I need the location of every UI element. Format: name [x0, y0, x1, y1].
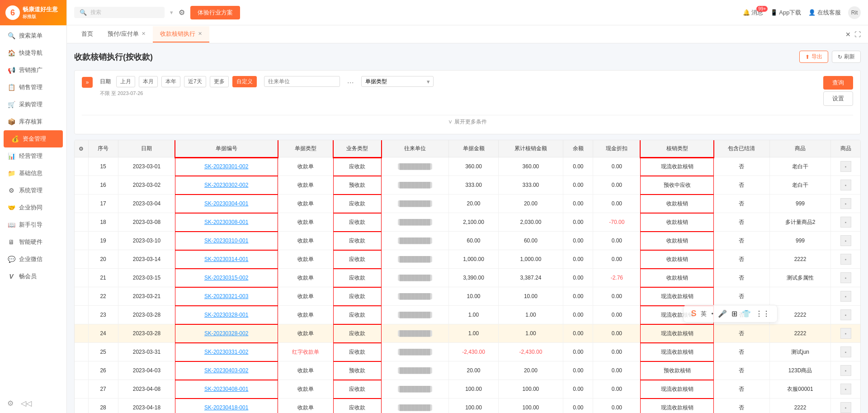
sidebar-item-member[interactable]: V 畅会员: [0, 268, 66, 285]
sidebar-item-hardware[interactable]: 🖥 智能硬件: [0, 233, 66, 251]
sidebar-item-system[interactable]: ⚙ 系统管理: [0, 182, 66, 199]
bill-no-link[interactable]: SK-20230310-001: [204, 237, 248, 244]
cell-bill-no[interactable]: SK-20230301-002: [175, 157, 278, 176]
cell-settings: [75, 176, 88, 195]
cell-biz-type: 应收款: [334, 269, 381, 287]
filter-counterpart-input[interactable]: [264, 76, 340, 87]
cell-verify-type: 现流收款核销: [641, 399, 713, 413]
cell-bill-no[interactable]: SK-20230403-002: [175, 361, 278, 380]
sidebar-item-finance[interactable]: 💰 资金管理: [4, 130, 63, 147]
cell-bill-no[interactable]: SK-20230314-001: [175, 250, 278, 269]
column-settings-icon[interactable]: ⚙: [79, 146, 84, 152]
cell-bill-no[interactable]: SK-20230328-001: [175, 306, 278, 324]
user-avatar[interactable]: Rit: [848, 6, 861, 19]
tab-expand-button[interactable]: ⛶: [854, 31, 861, 38]
filter-bill-type-wrap: 单据类型: [361, 76, 434, 87]
table-row: 19 2023-03-10 SK-20230310-001 收款单 应收款 ██…: [75, 232, 860, 250]
bill-no-link[interactable]: SK-20230418-001: [204, 404, 248, 411]
sidebar-item-inventory[interactable]: 📦 库存核算: [0, 113, 66, 130]
bill-no-link[interactable]: SK-20230315-002: [204, 275, 248, 281]
tab-prepay[interactable]: 预付/应付单 ✕: [100, 26, 153, 43]
filter-this-month-btn[interactable]: 本月: [139, 76, 158, 87]
sidebar-item-operations[interactable]: 📊 经营管理: [0, 147, 66, 165]
col-header-seq: 序号: [88, 140, 118, 157]
sidebar-item-marketing[interactable]: 📢 营销推广: [0, 62, 66, 79]
cell-counterpart: ████████: [381, 399, 449, 413]
bill-no-link[interactable]: SK-20230302-002: [204, 182, 248, 188]
cell-product2: ▪: [831, 176, 861, 195]
cell-balance: 0.00: [563, 343, 593, 361]
refresh-button[interactable]: ↻ 刷新: [832, 51, 861, 63]
sidebar-item-sales[interactable]: 📋 销售管理: [0, 79, 66, 96]
table-row: 21 2023-03-15 SK-20230315-002 收款单 应收款 ██…: [75, 269, 860, 287]
tab-receipt-verify[interactable]: 收款核销执行 ✕: [153, 26, 209, 43]
sidebar-item-basics[interactable]: 📁 基础信息: [0, 165, 66, 182]
sidebar-item-cooperation[interactable]: 🤝 企业协同: [0, 199, 66, 216]
sales-icon: 📋: [7, 84, 15, 91]
tab-receipt-close[interactable]: ✕: [198, 31, 202, 37]
cell-bill-no[interactable]: SK-20230304-001: [175, 195, 278, 213]
sidebar-item-guide[interactable]: 📖 新手引导: [0, 216, 66, 233]
cell-product: 多计量商品2: [769, 213, 830, 232]
bill-no-link[interactable]: SK-20230321-003: [204, 293, 248, 299]
col-header-settings[interactable]: ⚙: [75, 140, 88, 157]
cell-bill-no[interactable]: SK-20230302-002: [175, 176, 278, 195]
cell-include-settled: 否: [713, 306, 769, 324]
online-service-link[interactable]: 👤 在线客服: [808, 9, 841, 17]
sidebar-item-wechat[interactable]: 💬 企业微信: [0, 251, 66, 268]
filter-bill-type-select[interactable]: 单据类型: [361, 76, 434, 87]
header-gear-icon[interactable]: ⚙: [179, 8, 185, 17]
sidebar-item-search[interactable]: 🔍 搜索菜单: [0, 27, 66, 44]
cell-bill-no[interactable]: SK-20230408-001: [175, 380, 278, 399]
industry-solution-button[interactable]: 体验行业方案: [190, 6, 240, 19]
bill-no-link[interactable]: SK-20230314-001: [204, 256, 248, 262]
bill-no-link[interactable]: SK-20230408-001: [204, 386, 248, 392]
filter-expand-more[interactable]: ∨ 展开更多条件: [82, 115, 853, 128]
cell-balance: 0.00: [563, 306, 593, 324]
sidebar-item-purchase[interactable]: 🛒 采购管理: [0, 96, 66, 113]
table-scroll[interactable]: ⚙ 序号 日期 单据编号 单据类型 业务类型 往来单位 单据金额 累计核销金额 …: [75, 140, 860, 413]
table-header-row: ⚙ 序号 日期 单据编号 单据类型 业务类型 往来单位 单据金额 累计核销金额 …: [75, 140, 860, 157]
bill-no-link[interactable]: SK-20230304-001: [204, 200, 248, 207]
cell-bill-no[interactable]: SK-20230308-001: [175, 213, 278, 232]
masked-text: ████████: [398, 237, 432, 244]
bill-no-link[interactable]: SK-20230403-002: [204, 367, 248, 374]
tab-prepay-close[interactable]: ✕: [142, 31, 146, 37]
cell-bill-no[interactable]: SK-20230418-001: [175, 399, 278, 413]
settings-footer-icon[interactable]: ⚙: [7, 399, 14, 408]
tab-close-all-button[interactable]: ✕: [845, 31, 851, 38]
filter-this-year-btn[interactable]: 本年: [161, 76, 180, 87]
filter-ellipsis: ···: [347, 78, 354, 87]
col-header-biz-type: 业务类型: [334, 140, 381, 157]
sidebar-nav: 🔍 搜索菜单 🏠 快捷导航 📢 营销推广 📋 销售管理 🛒 采购管理 📦 库存核…: [0, 25, 66, 395]
cell-product2: ▪: [831, 324, 861, 343]
app-download-link[interactable]: 📱 App下载: [770, 9, 801, 17]
filter-custom-btn[interactable]: 自定义: [232, 76, 257, 87]
notification-area[interactable]: 🔔 消息 99+: [743, 9, 764, 17]
bill-no-link[interactable]: SK-20230331-002: [204, 349, 248, 355]
filter-settings-button[interactable]: 设置: [823, 91, 853, 106]
sidebar-item-shortcuts[interactable]: 🏠 快捷导航: [0, 44, 66, 62]
cell-bill-no[interactable]: SK-20230331-002: [175, 343, 278, 361]
bill-no-link[interactable]: SK-20230301-002: [204, 163, 248, 170]
export-button[interactable]: ⬆ 导出: [799, 51, 828, 63]
bill-no-link[interactable]: SK-20230308-001: [204, 219, 248, 225]
cell-product2: ▪: [831, 361, 861, 380]
masked-text: ████████: [398, 182, 432, 188]
filter-last-month-btn[interactable]: 上月: [116, 76, 135, 87]
tab-home[interactable]: 首页: [74, 26, 100, 43]
filter-7days-btn[interactable]: 近7天: [184, 76, 206, 87]
cell-bill-no[interactable]: SK-20230315-002: [175, 269, 278, 287]
filter-expand-button[interactable]: »: [82, 77, 93, 88]
header-actions: 🔔 消息 99+ 📱 App下载 👤 在线客服 Rit: [743, 6, 861, 19]
cell-bill-no[interactable]: SK-20230310-001: [175, 232, 278, 250]
collapse-icon[interactable]: ◁◁: [21, 399, 32, 408]
filter-query-button[interactable]: 查询: [823, 76, 853, 90]
cell-seq: 26: [88, 361, 118, 380]
bill-no-link[interactable]: SK-20230328-002: [204, 330, 248, 337]
product-thumbnail: ▪: [840, 347, 851, 357]
filter-more-btn[interactable]: 更多: [210, 76, 229, 87]
cell-bill-no[interactable]: SK-20230321-003: [175, 287, 278, 306]
cell-bill-no[interactable]: SK-20230328-002: [175, 324, 278, 343]
bill-no-link[interactable]: SK-20230328-001: [204, 312, 248, 318]
